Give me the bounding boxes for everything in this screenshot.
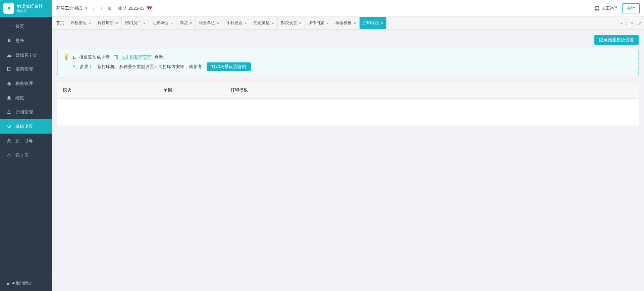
tab-home[interactable]: 首页 [53, 17, 67, 30]
tab-currency-close[interactable]: × [245, 21, 247, 25]
bulb-icon: 💡 [63, 54, 70, 60]
tab-dept[interactable]: 部门员工 × [122, 17, 149, 30]
period-value: 2023-03 [128, 6, 145, 11]
service-label: 人工咨询 [601, 5, 619, 11]
tab-currency[interactable]: 币种设置 × [223, 17, 250, 30]
tab-receipt-close[interactable]: × [354, 21, 356, 25]
topbar-right: 🎧 人工咨询 会计 [594, 3, 640, 13]
sidebar-item-archive[interactable]: 🗂 归档管理 [0, 105, 52, 119]
tab-archive[interactable]: 归档管理 × [67, 17, 94, 30]
info-box: 💡 1、模板添加成功后，请 点击刷新新页面 查看。 2、多员工、多打印机、多种业… [57, 49, 639, 76]
tabbar: 首页 归档管理 × 科目期初 × 部门员工 × 往来单位 × 存货 × 计量单位… [52, 17, 644, 30]
info-text-2: 2、多员工、多打印机、多种业务类型设置不同打印方案等，请参考 [73, 64, 202, 70]
tab-inventory-label: 存货 [180, 20, 188, 26]
col-header-voucher: 单据 [158, 85, 225, 95]
reports-icon: ☁ [6, 52, 12, 58]
tab-voucher-label: 凭证类型 [254, 20, 270, 26]
kuaiji-button[interactable]: 会计 [622, 3, 640, 13]
logo-sub: 旗舰版 [17, 9, 43, 13]
action-bar: 隐藏预置模板设置 [57, 35, 639, 45]
tab-unit-close[interactable]: × [217, 21, 219, 25]
hide-settings-button[interactable]: 隐藏预置模板设置 [594, 35, 639, 45]
sidebar-item-label: 首页 [15, 23, 24, 30]
service-button[interactable]: 🎧 人工咨询 [594, 5, 619, 11]
page-content: 隐藏预置模板设置 💡 1、模板添加成功后，请 点击刷新新页面 查看。 2、多员工… [52, 30, 644, 291]
sidebar-item-label: 畅会员 [15, 152, 29, 158]
tab-unit-label: 计量单位 [199, 20, 215, 26]
sidebar-unpin[interactable]: ◀ ◀ 取消固定 [0, 276, 52, 291]
tax-icon: ◈ [6, 80, 12, 87]
tab-subject-close[interactable]: × [116, 21, 118, 25]
sidebar-item-home[interactable]: ⌂ 首页 [0, 19, 52, 34]
tab-inventory[interactable]: 存货 × [176, 17, 196, 30]
tab-expand[interactable]: ⤢ [636, 20, 643, 26]
invoice-icon: 🗒 [6, 66, 12, 72]
main-area: 基层工会测试 ▼ | ＋ ⚙ 账期 2023-03 📅 🎧 人工咨询 会计 首页… [52, 0, 644, 291]
tab-home-label: 首页 [56, 20, 64, 26]
tab-oplog[interactable]: 操作日志 × [305, 17, 332, 30]
company-name: 基层工会测试 [56, 5, 82, 11]
period-display: 账期 2023-03 📅 [118, 5, 152, 11]
headset-icon: 🎧 [594, 6, 600, 11]
sidebar-item-label: 归档管理 [15, 109, 33, 115]
sidebar-item-ledger[interactable]: ≡ 总账 [0, 34, 52, 48]
tab-voucher[interactable]: 凭证类型 × [250, 17, 277, 30]
tab-inventory-close[interactable]: × [190, 21, 192, 25]
tab-unit[interactable]: 计量单位 × [196, 17, 223, 30]
info-row-2: 2、多员工、多打印机、多种业务类型设置不同打印方案等，请参考 打印场景设置宣明 [63, 62, 633, 71]
dropdown-icon: ▼ [84, 6, 88, 11]
tab-dept-close[interactable]: × [143, 21, 145, 25]
tab-close-all[interactable]: × [630, 20, 635, 26]
topbar-separator: | [93, 6, 94, 11]
tab-subject[interactable]: 科目期初 × [94, 17, 121, 30]
tab-print[interactable]: 打印模板 × [360, 17, 386, 30]
tab-finance-close[interactable]: × [299, 21, 301, 25]
add-company-icon[interactable]: ＋ [99, 5, 104, 12]
company-selector[interactable]: 基层工会测试 ▼ [56, 5, 88, 11]
tab-print-label: 打印模板 [363, 20, 379, 26]
table-body [57, 99, 639, 126]
tab-finance[interactable]: 财税设置 × [278, 17, 305, 30]
explain-button[interactable]: 打印场景设置宣明 [207, 62, 251, 71]
sidebar-item-label: 新手引导 [15, 138, 33, 144]
sidebar-item-settings[interactable]: ⚙ 基础设置 [0, 119, 52, 134]
refresh-link[interactable]: 点击刷新新页面 [121, 54, 152, 60]
sidebar-item-member[interactable]: ◇ 畅会员 [0, 148, 52, 162]
col-header-template: 打印模板 [225, 85, 639, 95]
table-header: 模块 单据 打印模板 [57, 82, 639, 99]
tab-scroll-right[interactable]: › [625, 20, 629, 26]
unpin-label: ◀ 取消固定 [11, 281, 32, 286]
sidebar-item-label: 总账 [15, 38, 24, 44]
tab-dept-label: 部门员工 [125, 20, 141, 26]
settings-gear-icon[interactable]: ⚙ [107, 5, 112, 11]
unpin-icon: ◀ [6, 281, 9, 286]
sidebar-item-label: 基础设置 [15, 124, 33, 130]
tab-archive-close[interactable]: × [89, 21, 91, 25]
tab-supplier-close[interactable]: × [170, 21, 172, 25]
tab-subject-label: 科目期初 [98, 20, 114, 26]
tab-archive-label: 归档管理 [70, 20, 87, 26]
sidebar-item-tax[interactable]: ◈ 税务管理 [0, 76, 52, 91]
sidebar-item-label: 税务管理 [15, 81, 33, 87]
tab-finance-label: 财税设置 [281, 20, 297, 26]
sidebar-item-guide[interactable]: ◎ 新手引导 [0, 134, 52, 148]
sidebar-item-checkout[interactable]: ◉ 结账 [0, 91, 52, 105]
sidebar-item-label: 结账 [15, 95, 24, 101]
tab-oplog-close[interactable]: × [326, 21, 328, 25]
sidebar-item-reports[interactable]: ☁ 云报表中心 [0, 48, 52, 62]
logo-icon: ✦ [3, 3, 14, 14]
tab-receipt[interactable]: 单据模板 × [332, 17, 359, 30]
tab-voucher-close[interactable]: × [272, 21, 274, 25]
tab-scroll-left[interactable]: ‹ [620, 20, 624, 26]
settings-icon: ⚙ [6, 123, 12, 130]
ledger-icon: ≡ [6, 38, 12, 44]
archive-icon: 🗂 [6, 109, 12, 115]
col-header-module: 模块 [57, 85, 158, 95]
sidebar-item-label: 云报表中心 [15, 52, 37, 58]
calendar-icon[interactable]: 📅 [147, 6, 152, 11]
tab-currency-label: 币种设置 [226, 20, 243, 26]
tab-supplier[interactable]: 往来单位 × [149, 17, 176, 30]
tab-print-close[interactable]: × [381, 21, 383, 25]
sidebar-item-invoice[interactable]: 🗒 发票管理 [0, 62, 52, 76]
info-text-1-post: 查看。 [154, 54, 167, 60]
